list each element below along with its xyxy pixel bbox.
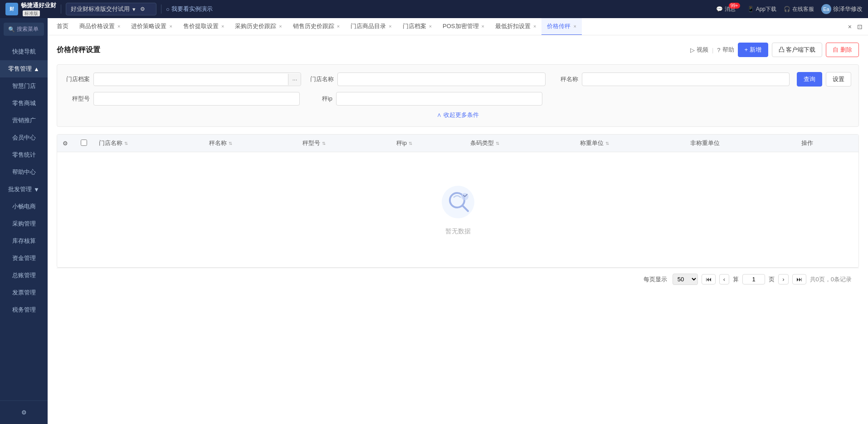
sidebar-item-finance[interactable]: 资金管理 (0, 250, 48, 267)
video-link[interactable]: ▷ 视频 (690, 46, 708, 54)
svg-point-0 (442, 186, 474, 218)
tab-purchase-history[interactable]: 采购历史价跟踪 × (229, 18, 287, 35)
next-page-btn[interactable]: › (778, 274, 788, 284)
th-store-name: 门店名称 ⇅ (93, 135, 204, 152)
headset-icon: 🎧 (784, 6, 790, 12)
delete-btn[interactable]: 自 删除 (826, 43, 859, 57)
logo-icon: 财 (5, 3, 18, 15)
th-weight-unit: 称重单位 ⇅ (575, 135, 685, 152)
sort-scale-ip[interactable]: 秤ip ⇅ (396, 139, 459, 147)
sidebar-item-purchase[interactable]: 采购管理 (0, 215, 48, 232)
prev-page-btn[interactable]: ‹ (719, 274, 729, 284)
sidebar-item-retail[interactable]: 零售管理 ▲ (0, 60, 48, 77)
page-header: 价格传秤设置 ▷ 视频 | ? 帮助 + 新增 凸 客户端下载 自 删除 (57, 43, 859, 57)
th-barcode-type: 条码类型 ⇅ (465, 135, 575, 152)
sort-store-name[interactable]: 门店名称 ⇅ (99, 139, 198, 147)
scale-ip-input[interactable] (336, 92, 542, 106)
last-page-btn[interactable]: ⏭ (792, 274, 806, 284)
form-group-store-file: 门店档案 ··· (64, 72, 301, 86)
online-service-btn[interactable]: 🎧 在线客服 (784, 5, 814, 13)
tab-pos-management[interactable]: POS加密管理 × (437, 18, 490, 35)
settings-icon[interactable]: ⚙ (140, 6, 145, 12)
tab-sale-history[interactable]: 销售历史价跟踪 × (288, 18, 345, 35)
collapse-btn[interactable]: ∧ 收起更多条件 (437, 111, 479, 119)
tab-purchase-strategy[interactable]: 进价策略设置 × (126, 18, 177, 35)
help-link[interactable]: ? 帮助 (717, 46, 734, 54)
tab-close-min-discount[interactable]: × (533, 24, 536, 29)
store-file-input[interactable] (94, 74, 288, 85)
store-file-ellipsis-btn[interactable]: ··· (288, 74, 301, 85)
user-profile-btn[interactable]: Ea 徐泽华修改 (821, 4, 863, 14)
sidebar-item-label: 会员中心 (12, 134, 36, 142)
demo-link[interactable]: ○ 我要看实例演示 (166, 5, 213, 13)
close-tab-btn[interactable]: × (846, 21, 853, 32)
sort-barcode-type[interactable]: 条码类型 ⇅ (470, 139, 570, 147)
sort-weight-unit[interactable]: 称重单位 ⇅ (580, 139, 679, 147)
tab-close-price-scale[interactable]: × (573, 24, 576, 29)
download-btn[interactable]: 凸 客户端下载 (772, 43, 823, 57)
query-btn[interactable]: 查询 (797, 72, 822, 87)
scale-name-input[interactable] (582, 72, 790, 86)
content-area: 价格传秤设置 ▷ 视频 | ? 帮助 + 新增 凸 客户端下载 自 删除 (48, 35, 868, 424)
page-size-select[interactable]: 10 20 50 100 (673, 274, 698, 285)
tab-close-sale-extract[interactable]: × (221, 24, 224, 29)
add-btn[interactable]: + 新增 (738, 43, 768, 57)
setting-btn[interactable]: 设置 (826, 72, 851, 87)
sidebar-item-label: 零售商城 (12, 99, 36, 107)
page-actions: ▷ 视频 | ? 帮助 + 新增 凸 客户端下载 自 删除 (690, 43, 859, 57)
messages-btn[interactable]: 💬 消息 99+ (716, 5, 736, 13)
select-all-checkbox[interactable] (81, 140, 87, 146)
sidebar-item-member[interactable]: 会员中心 (0, 129, 48, 146)
table-settings-icon[interactable]: ⚙ (63, 140, 68, 147)
environment-selector[interactable]: 好业财标准版交付试用 ▾ ⚙ (66, 3, 156, 15)
sidebar-item-label: 税务管理 (12, 306, 36, 314)
th-non-weight-unit: 非称重单位 (685, 135, 796, 152)
scale-model-label: 秤型号 (64, 95, 90, 103)
tab-commodity-price[interactable]: 商品价格设置 × (74, 18, 126, 35)
empty-icon (440, 184, 476, 220)
form-group-store-name: 门店名称 (308, 72, 545, 86)
tab-close-commodity-price[interactable]: × (117, 24, 120, 29)
sidebar-item-help-center[interactable]: 帮助中心 (0, 164, 48, 181)
sidebar-item-tax[interactable]: 税务管理 (0, 301, 48, 318)
tab-close-purchase-strategy[interactable]: × (169, 24, 172, 29)
app-download-btn[interactable]: 📱 App下载 (747, 5, 776, 13)
sort-scale-name[interactable]: 秤名称 ⇅ (209, 139, 292, 147)
sidebar-item-general-ledger[interactable]: 总账管理 (0, 267, 48, 284)
sidebar-item-inventory[interactable]: 库存核算 (0, 232, 48, 250)
collapse-row: ∧ 收起更多条件 (64, 111, 851, 119)
sidebar-item-smart-store[interactable]: 智慧门店 (0, 77, 48, 95)
first-page-btn[interactable]: ⏮ (702, 274, 716, 284)
tab-close-store-catalog[interactable]: × (389, 24, 391, 29)
sidebar-item-invoice[interactable]: 发票管理 (0, 284, 48, 301)
sidebar-item-label: 小畅电商 (12, 202, 36, 211)
tab-home[interactable]: 首页 (51, 18, 74, 35)
sidebar-item-wholesale[interactable]: 批发管理 ▼ (0, 181, 48, 198)
sidebar-item-quick-nav[interactable]: 快捷导航 (0, 43, 48, 60)
sidebar-item-retail-stats[interactable]: 零售统计 (0, 146, 48, 164)
tab-close-sale-history[interactable]: × (337, 24, 340, 29)
maximize-tab-btn[interactable]: ⊡ (855, 21, 864, 32)
search-menu-btn[interactable]: 🔍 搜索菜单 (4, 23, 44, 36)
sidebar-item-xiaochang[interactable]: 小畅电商 (0, 198, 48, 215)
form-row-1: 门店档案 ··· 门店名称 秤名称 (64, 72, 851, 87)
empty-text: 暂无数据 (445, 227, 471, 236)
sidebar-item-marketing[interactable]: 营销推广 (0, 112, 48, 129)
store-name-input[interactable] (337, 72, 545, 86)
tab-store-catalog[interactable]: 门店商品目录 × (345, 18, 397, 35)
sidebar-item-retail-mall[interactable]: 零售商城 (0, 95, 48, 112)
tab-min-discount[interactable]: 最低折扣设置 × (490, 18, 541, 35)
tab-close-store-files[interactable]: × (429, 24, 432, 29)
tab-close-pos-management[interactable]: × (482, 24, 484, 29)
tab-sale-extract[interactable]: 售价提取设置 × (178, 18, 229, 35)
scale-model-input[interactable] (93, 92, 300, 106)
app-logo: 财 畅捷通好业财 标准版 (5, 1, 56, 17)
sort-scale-model[interactable]: 秤型号 ⇅ (302, 139, 385, 147)
total-info: 共0页，0条记录 (810, 275, 852, 284)
sidebar-settings-btn[interactable]: ⚙ (0, 405, 48, 419)
page-number-input[interactable] (742, 274, 765, 284)
app-version: 标准版 (21, 10, 56, 17)
tab-price-scale[interactable]: 价格传秤 × (541, 18, 581, 35)
tab-store-files[interactable]: 门店档案 × (397, 18, 437, 35)
tab-close-purchase-history[interactable]: × (279, 24, 282, 29)
